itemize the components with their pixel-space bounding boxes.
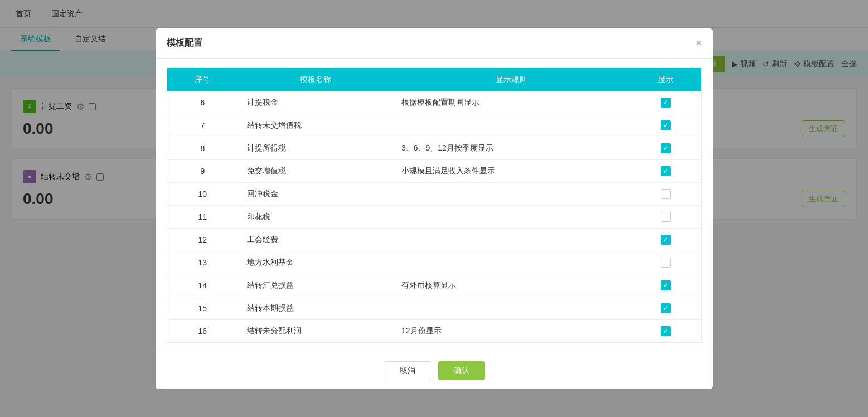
- cell-checkbox: ✓: [630, 159, 701, 182]
- cell-name: 地方水利基金: [238, 251, 392, 274]
- table-row: 14结转汇兑损益有外币核算显示✓: [167, 274, 701, 297]
- cell-name: 结转未分配利润: [238, 319, 392, 342]
- table-row: 11印花税: [167, 205, 701, 228]
- cell-rule: 有外币核算显示: [392, 274, 630, 297]
- checkbox-cell: ✓: [639, 303, 692, 313]
- cell-checkbox: ✓: [630, 319, 701, 342]
- cell-name: 印花税: [238, 205, 392, 228]
- table-row: 7结转未交增值税✓: [167, 114, 701, 137]
- checkbox-11[interactable]: [661, 212, 671, 222]
- checkbox-cell: ✓: [639, 280, 692, 290]
- table-row: 13地方水利基金: [167, 251, 701, 274]
- cell-checkbox: [630, 205, 701, 228]
- cell-rule: 根据模板配置期间显示: [392, 91, 630, 114]
- checkbox-cell: ✓: [639, 166, 692, 176]
- cell-checkbox: ✓: [630, 274, 701, 297]
- cell-rule: [392, 297, 630, 319]
- cell-checkbox: [630, 251, 701, 274]
- table-row: 16结转未分配利润12月份显示✓: [167, 319, 701, 342]
- table-row: 12工会经费✓: [167, 228, 701, 251]
- checkbox-10[interactable]: [661, 189, 671, 199]
- col-header-name: 模板名称: [238, 68, 392, 91]
- checkbox-cell: ✓: [639, 326, 692, 336]
- cell-rule: [392, 251, 630, 274]
- cell-name: 结转汇兑损益: [238, 274, 392, 297]
- checkbox-cell: ✓: [639, 143, 692, 153]
- checkbox-cell: ✓: [639, 235, 692, 245]
- cell-rule: [392, 182, 630, 205]
- dialog-body: 序号 模板名称 显示规则 显示 6计提税金根据模板配置期间显示✓7结转未交增值税…: [156, 59, 713, 352]
- checkbox-9[interactable]: ✓: [661, 166, 671, 176]
- dialog-header: 模板配置 ×: [156, 28, 713, 59]
- cell-name: 结转未交增值税: [238, 114, 392, 137]
- col-header-rule: 显示规则: [392, 68, 630, 91]
- cell-rule: [392, 228, 630, 251]
- checkbox-cell: [639, 212, 692, 222]
- dialog-close-btn[interactable]: ×: [696, 38, 702, 48]
- cell-rule: [392, 114, 630, 137]
- cell-checkbox: [630, 182, 701, 205]
- cell-rule: 3、6、9、12月按季度显示: [392, 137, 630, 159]
- checkbox-cell: ✓: [639, 120, 692, 130]
- cell-id: 16: [167, 319, 239, 342]
- cell-checkbox: ✓: [630, 91, 701, 114]
- confirm-btn[interactable]: 确认: [438, 361, 485, 380]
- cell-id: 13: [167, 251, 239, 274]
- checkbox-8[interactable]: ✓: [661, 143, 671, 153]
- col-header-display: 显示: [630, 68, 701, 91]
- cell-id: 10: [167, 182, 239, 205]
- col-header-id: 序号: [167, 68, 239, 91]
- cell-id: 6: [167, 91, 239, 114]
- cell-rule: 12月份显示: [392, 319, 630, 342]
- cell-name: 免交增值税: [238, 159, 392, 182]
- cell-id: 12: [167, 228, 239, 251]
- checkbox-cell: [639, 258, 692, 268]
- cell-checkbox: ✓: [630, 297, 701, 319]
- cell-checkbox: ✓: [630, 137, 701, 159]
- cell-checkbox: ✓: [630, 228, 701, 251]
- checkbox-13[interactable]: [661, 258, 671, 268]
- table-row: 15结转本期损益✓: [167, 297, 701, 319]
- cell-name: 工会经费: [238, 228, 392, 251]
- table-container[interactable]: 序号 模板名称 显示规则 显示 6计提税金根据模板配置期间显示✓7结转未交增值税…: [167, 67, 702, 343]
- table-row: 9免交增值税小规模且满足收入条件显示✓: [167, 159, 701, 182]
- cell-name: 计提所得税: [238, 137, 392, 159]
- checkbox-7[interactable]: ✓: [661, 120, 671, 130]
- table-row: 8计提所得税3、6、9、12月按季度显示✓: [167, 137, 701, 159]
- dialog-footer: 取消 确认: [156, 352, 713, 389]
- table-row: 6计提税金根据模板配置期间显示✓: [167, 91, 701, 114]
- checkbox-cell: ✓: [639, 98, 692, 108]
- checkbox-15[interactable]: ✓: [661, 303, 671, 313]
- cell-rule: [392, 205, 630, 228]
- checkbox-16[interactable]: ✓: [661, 326, 671, 336]
- cancel-btn[interactable]: 取消: [384, 361, 431, 380]
- cell-id: 14: [167, 274, 239, 297]
- template-table: 序号 模板名称 显示规则 显示 6计提税金根据模板配置期间显示✓7结转未交增值税…: [167, 68, 701, 342]
- cell-checkbox: ✓: [630, 114, 701, 137]
- checkbox-14[interactable]: ✓: [661, 280, 671, 290]
- cell-id: 11: [167, 205, 239, 228]
- table-header-row: 序号 模板名称 显示规则 显示: [167, 68, 701, 91]
- dialog-title: 模板配置: [167, 37, 202, 49]
- cell-id: 8: [167, 137, 239, 159]
- checkbox-cell: [639, 189, 692, 199]
- cell-name: 回冲税金: [238, 182, 392, 205]
- cell-rule: 小规模且满足收入条件显示: [392, 159, 630, 182]
- cell-id: 15: [167, 297, 239, 319]
- cell-name: 结转本期损益: [238, 297, 392, 319]
- cell-id: 9: [167, 159, 239, 182]
- cell-name: 计提税金: [238, 91, 392, 114]
- modal-overlay: 模板配置 × 序号 模板名称 显示规则 显示 6计提税金根据模板配置期间显示✓7…: [0, 0, 868, 417]
- template-config-dialog: 模板配置 × 序号 模板名称 显示规则 显示 6计提税金根据模板配置期间显示✓7…: [156, 28, 713, 389]
- checkbox-6[interactable]: ✓: [661, 98, 671, 108]
- checkbox-12[interactable]: ✓: [661, 235, 671, 245]
- cell-id: 7: [167, 114, 239, 137]
- table-row: 10回冲税金: [167, 182, 701, 205]
